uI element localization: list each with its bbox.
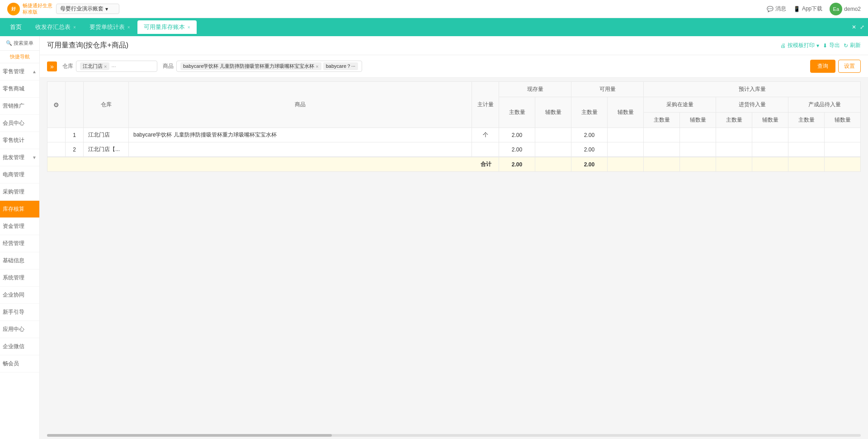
current-stock-header: 现存量 [499, 82, 571, 97]
gear-header[interactable]: ⚙ [47, 82, 66, 128]
row-current-aux-1 [535, 142, 571, 157]
close-tab-inventory[interactable]: × [188, 25, 190, 30]
message-button[interactable]: 💬 消息 [767, 5, 786, 13]
footer-current-main: 2.00 [499, 157, 535, 172]
product-header: 商品 [129, 82, 472, 128]
query-button[interactable]: 查询 [810, 60, 835, 73]
settings-button[interactable]: 设置 [838, 60, 861, 73]
footer-current-aux [535, 157, 571, 172]
row-purchase-main-1 [644, 142, 680, 157]
footer-goods-main [716, 157, 752, 172]
close-tab-order[interactable]: × [127, 25, 130, 30]
footer-purchase-aux [680, 157, 716, 172]
current-main-qty-header: 主数量 [499, 97, 535, 128]
purchase-main-header: 主数量 [644, 113, 680, 128]
footer-goods-aux [752, 157, 788, 172]
row-warehouse-0: 江北门店 [84, 128, 129, 142]
warehouse-filter-group: 仓库 江北门店 × ··· [62, 61, 157, 72]
goods-aux-header: 辅数量 [752, 113, 788, 128]
filter-actions: 查询 设置 [810, 60, 861, 73]
products-main-header: 主数量 [788, 113, 825, 128]
tab-home[interactable]: 首页 [4, 20, 28, 34]
avatar: Ea [830, 3, 842, 15]
scroll-indicator [40, 432, 868, 439]
filter-expand-button[interactable]: » [47, 61, 57, 71]
tab-inventory[interactable]: 可用量库存账本 × [137, 20, 197, 34]
nav-tab-actions: ✕ ⤢ [852, 24, 864, 30]
top-bar: 好 畅捷通好生意 标准版 母婴行业演示账套 ▾ 💬 消息 📱 App下载 Ea … [0, 0, 868, 18]
sidebar-search[interactable]: 🔍 搜索菜单 [0, 36, 39, 51]
mobile-icon: 📱 [793, 6, 800, 12]
forecast-inbound-header: 预计入库量 [644, 82, 861, 97]
sidebar-item-wholesale[interactable]: 批发管理 ▼ [0, 149, 39, 166]
sidebar-quick-nav[interactable]: 快捷导航 [0, 51, 39, 63]
chevron-down-icon: ▼ [32, 155, 37, 160]
sidebar-item-purchase[interactable]: 采购管理 [0, 184, 39, 201]
product-tag-2: babycare？··· [323, 62, 358, 70]
search-icon: 🔍 [6, 40, 12, 46]
row-gear-1 [47, 142, 66, 157]
available-aux-qty-header: 辅数量 [608, 97, 644, 128]
horizontal-scrollbar[interactable] [47, 434, 861, 437]
row-products-aux-1 [825, 142, 861, 157]
sidebar: 🔍 搜索菜单 快捷导航 零售管理 ▲ 零售商城 营销推广 会员中心 零售统计 批… [0, 36, 40, 439]
sidebar-item-retail-mall[interactable]: 零售商城 [0, 80, 39, 98]
warehouse-tag: 江北门店 × [80, 62, 109, 70]
sidebar-item-system[interactable]: 系统管理 [0, 269, 39, 287]
sidebar-item-basic-info[interactable]: 基础信息 [0, 252, 39, 269]
row-goods-main-1 [716, 142, 752, 157]
warehouse-input[interactable]: 江北门店 × ··· [76, 61, 157, 72]
table-wrapper: ⚙ 仓库 商品 主计量 现存量 可用量 预计入库量 主数量 辅数量 主数量 [40, 78, 868, 432]
remove-product-tag-1[interactable]: × [316, 64, 318, 69]
row-available-aux-0 [608, 128, 644, 142]
close-all-icon[interactable]: ✕ [852, 24, 856, 30]
content-area: 可用量查询(按仓库+商品) 🖨 按模板打印 ▾ ⬇ 导出 ↻ 刷新 » [40, 36, 868, 439]
app-download-button[interactable]: 📱 App下载 [793, 5, 822, 13]
remove-warehouse-tag[interactable]: × [104, 64, 107, 69]
row-num-header [66, 82, 84, 128]
sidebar-item-enterprise-wechat[interactable]: 企业微信 [0, 338, 39, 355]
tab-order[interactable]: 要货单统计表 × [83, 20, 137, 34]
row-products-aux-0 [825, 128, 861, 142]
sidebar-item-vip[interactable]: 畅会员 [0, 355, 39, 373]
export-button[interactable]: ⬇ 导出 [823, 42, 840, 49]
row-current-main-0: 2.00 [499, 128, 535, 142]
sidebar-item-retail-stats[interactable]: 零售统计 [0, 132, 39, 149]
products-waiting-header: 产成品待入量 [788, 97, 861, 113]
sidebar-item-finance[interactable]: 资金管理 [0, 218, 39, 235]
available-main-qty-header: 主数量 [571, 97, 608, 128]
logo-text: 畅捷通好生意 标准版 [23, 3, 52, 14]
logo-icon: 好 [7, 3, 20, 15]
tab-collection[interactable]: 收发存汇总表 × [29, 20, 82, 34]
warehouse-more-button[interactable]: ··· [111, 63, 116, 70]
template-print-button[interactable]: 🖨 按模板打印 ▾ [780, 42, 819, 49]
row-product-0: babycare学饮杯 儿童防摔防撞吸管杯重力球吸嘴杯宝宝水杯 [129, 128, 472, 142]
user-menu[interactable]: Ea demo2 [830, 3, 861, 15]
close-tab-collection[interactable]: × [73, 25, 76, 30]
maximize-icon[interactable]: ⤢ [860, 24, 864, 30]
goods-waiting-header: 进货待入量 [716, 97, 788, 113]
sidebar-item-operations[interactable]: 经营管理 [0, 235, 39, 252]
product-input[interactable]: babycare学饮杯 儿童防摔防撞吸管杯重力球吸嘴杯宝宝水杯 × babyca… [176, 61, 362, 72]
sidebar-item-app-center[interactable]: 应用中心 [0, 321, 39, 338]
main-layout: 🔍 搜索菜单 快捷导航 零售管理 ▲ 零售商城 营销推广 会员中心 零售统计 批… [0, 36, 868, 439]
row-products-main-1 [788, 142, 825, 157]
sidebar-item-retail-mgmt[interactable]: 零售管理 ▲ [0, 63, 39, 80]
table-footer-row: 合计 2.00 2.00 [47, 157, 861, 172]
sidebar-item-inventory-check[interactable]: 库存核算 [0, 201, 39, 218]
sidebar-item-member[interactable]: 会员中心 [0, 115, 39, 132]
main-unit-header: 主计量 [472, 82, 499, 128]
footer-label: 合计 [47, 157, 499, 172]
refresh-button[interactable]: ↻ 刷新 [844, 42, 861, 49]
product-tag-1: babycare学饮杯 儿童防摔防撞吸管杯重力球吸嘴杯宝宝水杯 × [180, 62, 321, 70]
sidebar-item-ecommerce[interactable]: 电商管理 [0, 166, 39, 184]
sidebar-item-new-guide[interactable]: 新手引导 [0, 304, 39, 321]
row-goods-aux-0 [752, 128, 788, 142]
sidebar-item-enterprise[interactable]: 企业协同 [0, 287, 39, 304]
row-current-main-1: 2.00 [499, 142, 535, 157]
org-selector[interactable]: 母婴行业演示账套 ▾ [56, 4, 119, 14]
goods-main-header: 主数量 [716, 113, 752, 128]
sidebar-item-marketing[interactable]: 营销推广 [0, 98, 39, 115]
row-unit-1 [472, 142, 499, 157]
scrollbar-thumb[interactable] [47, 434, 332, 437]
